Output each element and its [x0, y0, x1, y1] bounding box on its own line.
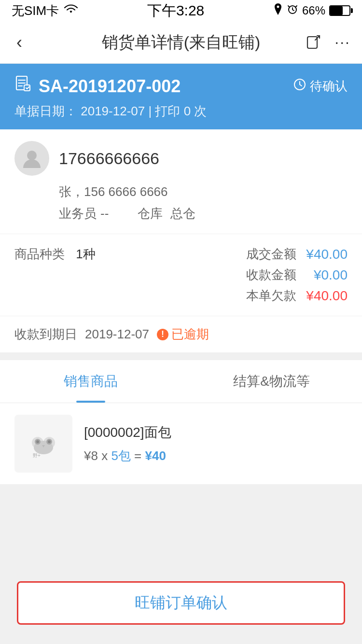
document-icon: [14, 75, 32, 97]
order-id-text: SA-20191207-002: [39, 76, 181, 97]
avatar: [14, 141, 49, 176]
wifi-icon: [64, 3, 78, 18]
tab-underline: [76, 401, 105, 403]
product-type-row: 商品种类 1种: [14, 246, 96, 263]
svg-text:野+: 野+: [33, 453, 41, 458]
confirm-btn-container: 旺铺订单确认: [0, 581, 362, 625]
product-type-value: 1种: [76, 247, 95, 261]
nav-actions: ···: [306, 32, 350, 53]
order-date-row: 单据日期： 2019-12-07 | 打印 0 次: [14, 103, 348, 120]
carrier-text: 无SIM卡: [12, 2, 59, 19]
confirm-order-button[interactable]: 旺铺订单确认: [17, 581, 345, 625]
customer-row: 17666666666: [14, 141, 348, 176]
product-info: [0000002]面包 ¥8 x 5包 = ¥40: [84, 423, 348, 464]
svg-rect-1: [307, 37, 317, 48]
warning-icon: !: [157, 329, 168, 340]
order-date-label: 单据日期：: [14, 104, 77, 118]
share-icon[interactable]: [306, 32, 323, 53]
status-right: 66%: [273, 3, 350, 18]
product-unit-price: ¥8 x: [84, 448, 111, 463]
tabs: 销售商品 结算&物流等: [0, 360, 362, 403]
clock-icon: [293, 78, 306, 94]
owed-amount-row: 本单欠款 ¥40.00: [246, 287, 348, 304]
salesperson-label: 业务员: [59, 205, 97, 222]
order-print-count-value: 0: [184, 104, 191, 118]
tabs-section: 销售商品 结算&物流等 野+ [0000002]面包: [0, 360, 362, 484]
product-type-label: 商品种类: [14, 247, 65, 261]
order-print-unit-text: 次: [194, 104, 207, 118]
salesperson-item: 业务员 --: [59, 205, 109, 222]
tab-products-label: 销售商品: [64, 372, 118, 391]
location-icon: [273, 3, 283, 18]
order-id-row: SA-20191207-002 待确认: [14, 75, 348, 97]
summary-right: 成交金额 ¥40.00 收款金额 ¥0.00 本单欠款 ¥40.00: [246, 246, 348, 304]
back-button[interactable]: ‹: [12, 28, 27, 57]
due-date-label: 收款到期日: [14, 326, 77, 343]
bread-thumb: 野+: [14, 415, 72, 473]
nav-bar: ‹ 销货单详情(来自旺铺) ···: [0, 21, 362, 64]
svg-point-11: [36, 440, 39, 443]
received-amount-label: 收款金额: [246, 266, 296, 283]
salesperson-value: --: [100, 206, 109, 221]
summary-left: 商品种类 1种: [14, 246, 96, 263]
order-header: SA-20191207-002 待确认 单据日期： 2019-12-07 | 打…: [0, 64, 362, 129]
due-date-value: 2019-12-07: [85, 327, 149, 342]
overdue-badge: ! 已逾期: [157, 326, 209, 343]
tab-settlement-label: 结算&物流等: [233, 372, 310, 391]
order-print-label: 打印: [155, 104, 180, 118]
alarm-icon: [287, 3, 298, 18]
customer-name: 张，156 6666 6666: [59, 183, 348, 200]
product-item: 野+ [0000002]面包 ¥8 x 5包 = ¥40: [0, 403, 362, 484]
page-title: 销货单详情(来自旺铺): [102, 31, 261, 54]
status-time: 下午3:28: [147, 1, 204, 21]
product-name: [0000002]面包: [84, 423, 348, 442]
customer-section: 17666666666 张，156 6666 6666 业务员 -- 仓库 总仓: [0, 129, 362, 234]
status-left: 无SIM卡: [12, 2, 78, 19]
product-total: ¥40: [145, 448, 166, 463]
order-date-separator: |: [148, 104, 155, 118]
product-price: ¥8 x 5包 = ¥40: [84, 448, 348, 464]
tab-products[interactable]: 销售商品: [0, 360, 181, 403]
warehouse-label: 仓库: [138, 205, 163, 222]
more-icon[interactable]: ···: [334, 33, 350, 51]
received-amount-row: 收款金额 ¥0.00: [246, 266, 348, 283]
deal-amount-value: ¥40.00: [304, 247, 348, 262]
svg-point-12: [48, 440, 51, 443]
order-date-value: 2019-12-07: [81, 104, 145, 118]
overdue-text: 已逾期: [171, 326, 209, 343]
received-amount-value: ¥0.00: [304, 267, 348, 283]
battery-text: 66%: [302, 4, 325, 17]
tab-settlement[interactable]: 结算&物流等: [181, 360, 362, 403]
customer-phone: 17666666666: [59, 149, 159, 168]
summary-section: 商品种类 1种 成交金额 ¥40.00 收款金额 ¥0.00 本单欠款 ¥40.…: [0, 234, 362, 316]
bottom-spacer: [0, 484, 362, 590]
owed-amount-label: 本单欠款: [246, 287, 296, 304]
customer-meta: 业务员 -- 仓库 总仓: [59, 205, 348, 222]
battery-icon: [329, 5, 350, 16]
product-qty: 5包: [111, 448, 130, 463]
warehouse-value: 总仓: [170, 205, 195, 222]
deal-amount-row: 成交金额 ¥40.00: [246, 246, 348, 263]
battery-fill: [330, 6, 343, 15]
owed-amount-value: ¥40.00: [304, 288, 348, 304]
due-section: 收款到期日 2019-12-07 ! 已逾期: [0, 316, 362, 352]
order-id: SA-20191207-002: [14, 75, 181, 97]
status-bar: 无SIM卡 下午3:28 66%: [0, 0, 362, 21]
product-equals: =: [134, 448, 145, 463]
warehouse-item: 仓库 总仓: [138, 205, 195, 222]
order-status-text: 待确认: [310, 78, 348, 95]
order-status: 待确认: [293, 78, 348, 95]
deal-amount-label: 成交金额: [246, 246, 296, 263]
svg-point-5: [27, 151, 37, 160]
svg-rect-3: [24, 85, 30, 91]
